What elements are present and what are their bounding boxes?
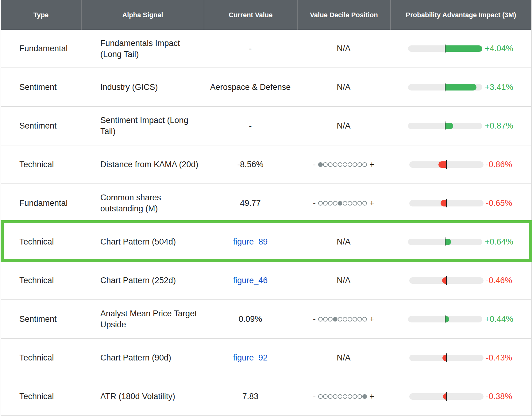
- value-decile-cell: N/A: [297, 261, 390, 299]
- decile-dot-filled: [318, 162, 323, 167]
- value-decile-cell: -+: [297, 377, 390, 415]
- current-value-cell: figure_89: [204, 223, 297, 261]
- decile-widget: -+: [313, 160, 374, 169]
- decile-dot: [343, 201, 347, 206]
- type-cell: Technical: [1, 261, 81, 299]
- alpha-signal-cell: Chart Pattern (504d): [81, 223, 204, 261]
- impact-bar-track: [409, 200, 484, 206]
- impact-bar-track: [409, 393, 484, 400]
- type-cell: Technical: [1, 223, 81, 261]
- decile-dot: [338, 162, 342, 167]
- decile-widget: -+: [313, 392, 374, 401]
- decile-dot: [348, 201, 352, 206]
- impact-bar-fill-positive: [445, 45, 482, 52]
- impact-bar-track: [408, 123, 482, 129]
- decile-dot: [362, 162, 367, 167]
- decile-dots: [318, 162, 367, 167]
- decile-dot: [348, 162, 352, 167]
- decile-dot: [353, 317, 357, 322]
- impact-bar-fill-negative: [441, 200, 446, 206]
- current-value-cell: figure_92: [204, 339, 297, 377]
- decile-minus-sign: -: [313, 160, 316, 169]
- impact-value-label: -0.65%: [486, 198, 512, 208]
- table-row[interactable]: TechnicalDistance from KAMA (20d)-8.56%-…: [1, 145, 531, 183]
- table-row[interactable]: TechnicalChart Pattern (90d)figure_92N/A…: [1, 338, 531, 377]
- table-body: FundamentalFundamentals Impact (Long Tai…: [1, 30, 531, 415]
- impact-bar-track: [408, 84, 482, 91]
- impact-bar-track: [409, 355, 484, 361]
- figure-link[interactable]: figure_46: [233, 276, 268, 285]
- value-decile-cell: N/A: [297, 68, 390, 106]
- impact-bar-center-tick: [446, 199, 447, 207]
- decile-dot: [323, 394, 328, 399]
- decile-dot: [318, 201, 323, 206]
- current-value-cell: -: [204, 107, 297, 145]
- table-row[interactable]: FundamentalFundamentals Impact (Long Tai…: [1, 30, 531, 67]
- decile-plus-sign: +: [369, 314, 374, 324]
- table-row[interactable]: TechnicalChart Pattern (252d)figure_46N/…: [1, 261, 531, 299]
- impact-bar-center-tick: [445, 83, 445, 91]
- table-row[interactable]: FundamentalCommon shares outstanding (M)…: [1, 183, 531, 222]
- decile-dot-filled: [333, 317, 337, 322]
- impact-bar-fill-negative: [438, 161, 446, 168]
- decile-dot: [362, 317, 367, 322]
- decile-dot: [348, 394, 352, 399]
- value-decile-cell: N/A: [297, 107, 390, 145]
- decile-dots: [318, 317, 367, 322]
- impact-cell: +0.44%: [390, 300, 531, 338]
- impact-bar-fill-positive: [445, 84, 476, 91]
- decile-dot: [357, 162, 362, 167]
- impact-bar-track: [409, 277, 484, 284]
- figure-link[interactable]: figure_89: [233, 237, 268, 247]
- type-cell: Sentiment: [1, 107, 81, 145]
- decile-dot-filled: [338, 201, 342, 206]
- impact-value-label: -0.86%: [486, 160, 512, 169]
- decile-dot: [338, 394, 342, 399]
- table-row[interactable]: TechnicalChart Pattern (504d)figure_89N/…: [1, 222, 531, 261]
- table-row[interactable]: TechnicalATR (180d Volatility)7.83-+-0.3…: [1, 377, 531, 415]
- decile-dot: [328, 317, 333, 322]
- decile-dot: [348, 317, 352, 322]
- decile-dot: [343, 394, 347, 399]
- decile-dots: [318, 201, 367, 206]
- figure-link[interactable]: figure_92: [233, 353, 268, 363]
- decile-minus-sign: -: [313, 198, 316, 208]
- table-row[interactable]: SentimentIndustry (GICS)Aerospace & Defe…: [1, 67, 531, 106]
- decile-dot: [328, 162, 333, 167]
- impact-value-label: +4.04%: [485, 44, 513, 53]
- value-decile-cell: N/A: [297, 339, 390, 377]
- table-row[interactable]: SentimentSentiment Impact (Long Tail)-N/…: [1, 106, 531, 145]
- table-header: Type Alpha Signal Current Value Value De…: [1, 0, 531, 30]
- current-value-cell: 7.83: [204, 377, 297, 415]
- value-decile-cell: -+: [297, 145, 390, 183]
- table-row[interactable]: SentimentAnalyst Mean Price Target Upsid…: [1, 299, 531, 338]
- impact-value-label: -0.46%: [486, 276, 512, 285]
- impact-cell: +4.04%: [390, 30, 531, 67]
- alpha-signal-cell: Industry (GICS): [81, 68, 204, 106]
- decile-dot: [353, 162, 357, 167]
- impact-bar-fill-positive: [445, 239, 451, 245]
- decile-dot: [323, 201, 328, 206]
- impact-bar-fill-negative: [442, 277, 446, 284]
- decile-dot: [362, 201, 367, 206]
- current-value-cell: -: [204, 30, 297, 67]
- impact-bar-center-tick: [445, 237, 445, 246]
- impact-cell: -0.43%: [390, 339, 531, 377]
- alpha-signal-cell: Fundamentals Impact (Long Tail): [81, 30, 204, 67]
- decile-dot: [357, 394, 362, 399]
- impact-bar-track: [408, 45, 482, 52]
- impact-cell: -0.46%: [390, 261, 531, 299]
- decile-minus-sign: -: [313, 392, 316, 401]
- impact-value-label: +3.41%: [485, 83, 513, 92]
- impact-cell: -0.86%: [390, 145, 531, 183]
- type-cell: Sentiment: [1, 68, 81, 106]
- decile-dot: [318, 317, 323, 322]
- impact-value-label: +0.44%: [485, 314, 513, 324]
- type-cell: Sentiment: [1, 300, 81, 338]
- decile-dot: [318, 394, 323, 399]
- alpha-signal-cell: Chart Pattern (252d): [81, 261, 204, 299]
- impact-bar-fill-positive: [445, 316, 449, 322]
- decile-widget: -+: [313, 314, 374, 324]
- decile-dot: [357, 317, 362, 322]
- impact-cell: +0.87%: [390, 107, 531, 145]
